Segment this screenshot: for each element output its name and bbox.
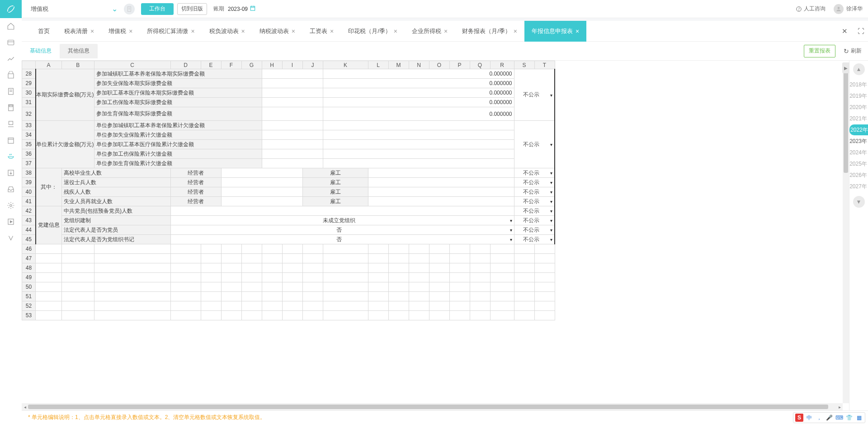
ime-zh-icon[interactable]: 中 bbox=[805, 414, 813, 422]
tab-expand-icon[interactable]: ⛶ bbox=[855, 26, 866, 37]
tabs-bar: 首页税表清册×增值税×所得税汇算清缴×税负波动表×纳税波动表×工资表×印花税（月… bbox=[22, 21, 868, 42]
ime-toolbar: S 中 ， 🎤 ⌨ 👕 ▦ bbox=[793, 412, 865, 423]
nav-bowl-icon[interactable] bbox=[0, 148, 22, 165]
footer-note: * 单元格编辑说明：1、点击单元格直接录入数值或文本。2、清空单元格数值或文本恢… bbox=[28, 414, 265, 421]
tab[interactable]: 税表清册× bbox=[57, 21, 101, 42]
vertical-scrollbar[interactable] bbox=[843, 69, 849, 403]
nav-stamp-icon[interactable] bbox=[0, 116, 22, 132]
tab[interactable]: 税负波动表× bbox=[202, 21, 252, 42]
header-doc-icon[interactable] bbox=[124, 4, 135, 14]
svg-point-23 bbox=[838, 7, 840, 9]
year-item[interactable]: 2025年 bbox=[849, 158, 868, 169]
tab[interactable]: 所得税汇算清缴× bbox=[140, 21, 202, 42]
switch-old-button[interactable]: 切到旧版 bbox=[177, 3, 207, 15]
tab[interactable]: 企业所得税× bbox=[405, 21, 455, 42]
svg-rect-17 bbox=[250, 6, 255, 10]
nav-bag-icon[interactable] bbox=[0, 67, 22, 83]
ime-punct-icon[interactable]: ， bbox=[815, 414, 823, 422]
calendar-icon[interactable] bbox=[250, 5, 256, 13]
year-item[interactable]: 2024年 bbox=[849, 147, 868, 158]
nav-date-icon[interactable] bbox=[0, 132, 22, 148]
tab-close-icon[interactable]: × bbox=[241, 28, 245, 35]
nav-calc-icon[interactable] bbox=[0, 100, 22, 116]
avatar-icon bbox=[834, 4, 844, 14]
year-collapse-icon[interactable]: ▶ bbox=[842, 62, 849, 73]
workbench-button[interactable]: 工作台 bbox=[141, 3, 174, 15]
year-item[interactable]: 2021年 bbox=[849, 113, 868, 124]
tab-close-icon[interactable]: × bbox=[90, 28, 94, 35]
ime-kbd-icon[interactable]: ⌨ bbox=[835, 414, 843, 422]
year-up-icon[interactable]: ▲ bbox=[853, 63, 865, 75]
year-sidebar: ▶ ▲ 2018年2019年2020年2021年2022年2023年2024年2… bbox=[849, 61, 868, 410]
tab[interactable]: 首页 bbox=[31, 21, 57, 42]
svg-rect-9 bbox=[8, 138, 14, 143]
ime-s-icon[interactable]: S bbox=[795, 414, 803, 422]
nav-v-icon[interactable] bbox=[0, 230, 22, 246]
footer: * 单元格编辑说明：1、点击单元格直接录入数值或文本。2、清空单元格数值或文本恢… bbox=[22, 410, 868, 424]
tab-close-icon[interactable]: × bbox=[191, 28, 194, 35]
svg-point-22 bbox=[799, 10, 799, 10]
year-item[interactable]: 2019年 bbox=[849, 91, 868, 101]
tab[interactable]: 印花税（月/季）× bbox=[341, 21, 405, 42]
ime-skin-icon[interactable]: 👕 bbox=[845, 414, 853, 422]
year-item[interactable]: 2026年 bbox=[849, 170, 868, 181]
nav-play-icon[interactable] bbox=[0, 214, 22, 230]
top-header: 增值税 ⌄ 工作台 切到旧版 账期 2023-09 人工咨询 徐泽华 bbox=[22, 0, 868, 18]
horizontal-scrollbar[interactable]: ◂▸ bbox=[22, 403, 843, 410]
year-item[interactable]: 2020年 bbox=[849, 102, 868, 113]
tab[interactable]: 增值税× bbox=[101, 21, 140, 42]
year-item[interactable]: 2018年 bbox=[849, 79, 868, 90]
tab-close-all-icon[interactable]: ✕ bbox=[839, 26, 850, 37]
subtab-other[interactable]: 其他信息 bbox=[60, 44, 98, 58]
nav-card-icon[interactable] bbox=[0, 34, 22, 51]
tab[interactable]: 工资表× bbox=[302, 21, 341, 42]
year-down-icon[interactable]: ▼ bbox=[853, 196, 865, 208]
year-item[interactable]: 2023年 bbox=[849, 136, 868, 147]
tab[interactable]: 纳税波动表× bbox=[252, 21, 302, 42]
spreadsheet[interactable]: ABCDEFGHIJKLMNOPQRST28本期实际缴费金额(万元)参加城镇职工… bbox=[22, 61, 849, 410]
ime-mic-icon[interactable]: 🎤 bbox=[825, 414, 833, 422]
svg-rect-6 bbox=[9, 105, 13, 107]
help-link[interactable]: 人工咨询 bbox=[796, 5, 826, 13]
tab-close-icon[interactable]: × bbox=[394, 28, 397, 35]
svg-rect-0 bbox=[8, 40, 14, 45]
nav-export-icon[interactable] bbox=[0, 165, 22, 181]
left-nav bbox=[0, 0, 22, 424]
refresh-button[interactable]: 刷新 bbox=[844, 47, 862, 55]
ime-tool-icon[interactable]: ▦ bbox=[855, 414, 863, 422]
year-item[interactable]: 2027年 bbox=[849, 181, 868, 192]
tab[interactable]: 年报信息申报表× bbox=[524, 21, 586, 42]
subtab-basic[interactable]: 基础信息 bbox=[22, 44, 60, 58]
tab-close-icon[interactable]: × bbox=[444, 28, 448, 35]
period-value: 2023-09 bbox=[228, 6, 248, 12]
tab-close-icon[interactable]: × bbox=[129, 28, 132, 35]
reset-button[interactable]: 重置报表 bbox=[804, 45, 835, 57]
nav-chart-icon[interactable] bbox=[0, 51, 22, 67]
svg-rect-7 bbox=[9, 121, 13, 125]
svg-point-12 bbox=[10, 205, 12, 207]
year-item[interactable]: 2022年 bbox=[849, 124, 868, 135]
nav-doc-icon[interactable] bbox=[0, 83, 22, 100]
user-menu[interactable]: 徐泽华 bbox=[834, 4, 863, 14]
tab-close-icon[interactable]: × bbox=[514, 28, 517, 35]
app-logo[interactable] bbox=[0, 0, 22, 18]
tab-close-icon[interactable]: × bbox=[576, 28, 579, 35]
nav-gear-icon[interactable] bbox=[0, 197, 22, 214]
tab-close-icon[interactable]: × bbox=[292, 28, 295, 35]
period-label: 账期 bbox=[213, 5, 224, 13]
nav-inbox-icon[interactable] bbox=[0, 181, 22, 197]
nav-home-icon[interactable] bbox=[0, 18, 22, 34]
title-chevron-down-icon[interactable]: ⌄ bbox=[112, 5, 118, 13]
tab[interactable]: 财务报表（月/季）× bbox=[455, 21, 524, 42]
header-title: 增值税 bbox=[31, 5, 48, 13]
tab-close-icon[interactable]: × bbox=[330, 28, 334, 35]
sub-row: 基础信息 其他信息 重置报表 刷新 bbox=[22, 42, 868, 61]
